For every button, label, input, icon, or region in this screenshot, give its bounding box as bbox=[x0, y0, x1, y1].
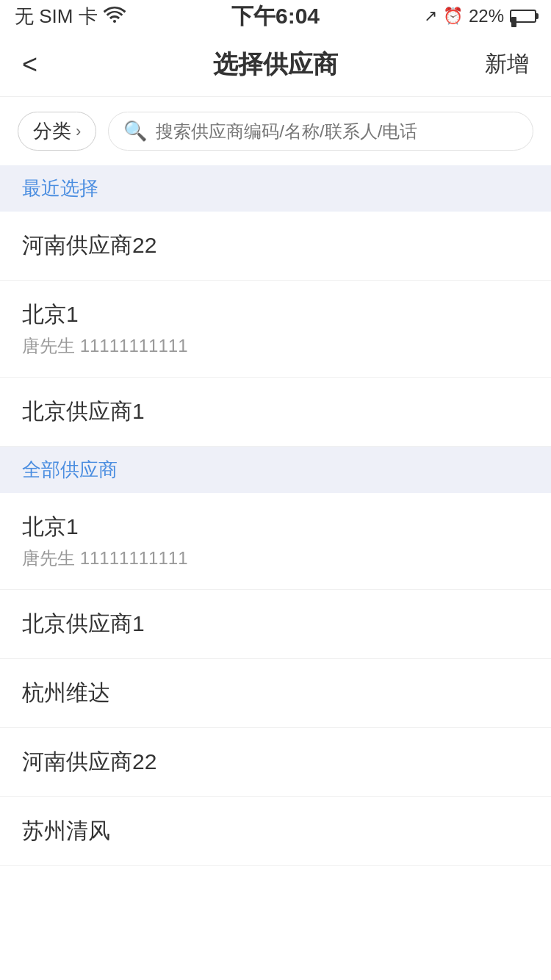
supplier-sub: 唐先生 11111111111 bbox=[22, 547, 529, 570]
recent-section-label: 最近选择 bbox=[22, 177, 98, 199]
search-box: 🔍 bbox=[108, 112, 533, 151]
all-section-label: 全部供应商 bbox=[22, 458, 118, 480]
battery-text: 22% bbox=[469, 6, 504, 26]
back-button[interactable]: < bbox=[22, 49, 66, 80]
wifi-icon bbox=[104, 5, 126, 28]
list-item[interactable]: 河南供应商22 bbox=[0, 212, 551, 281]
add-button[interactable]: 新增 bbox=[485, 49, 529, 79]
supplier-name: 苏州清风 bbox=[22, 816, 529, 846]
location-icon: ↗ bbox=[424, 7, 437, 26]
status-time: 下午6:04 bbox=[231, 1, 320, 32]
list-item[interactable]: 北京供应商1 bbox=[0, 590, 551, 659]
category-button[interactable]: 分类 › bbox=[18, 112, 96, 151]
list-item[interactable]: 北京1唐先生 11111111111 bbox=[0, 281, 551, 378]
supplier-name: 河南供应商22 bbox=[22, 747, 529, 777]
status-right: ↗ ⏰ 22% bbox=[424, 6, 536, 26]
supplier-name: 北京1 bbox=[22, 300, 529, 330]
supplier-name: 北京1 bbox=[22, 512, 529, 542]
list-item[interactable]: 北京供应商1 bbox=[0, 378, 551, 447]
category-label: 分类 bbox=[33, 118, 71, 144]
supplier-name: 杭州维达 bbox=[22, 678, 529, 708]
supplier-name: 河南供应商22 bbox=[22, 231, 529, 261]
recent-list: 河南供应商22北京1唐先生 11111111111北京供应商1 bbox=[0, 212, 551, 447]
page-title: 选择供应商 bbox=[213, 48, 338, 82]
list-item[interactable]: 苏州清风 bbox=[0, 797, 551, 866]
all-list: 北京1唐先生 11111111111北京供应商1杭州维达河南供应商22苏州清风 bbox=[0, 493, 551, 866]
all-section-header: 全部供应商 bbox=[0, 447, 551, 493]
list-item[interactable]: 杭州维达 bbox=[0, 659, 551, 728]
recent-section-header: 最近选择 bbox=[0, 165, 551, 212]
list-item[interactable]: 河南供应商22 bbox=[0, 728, 551, 797]
alarm-icon: ⏰ bbox=[443, 7, 463, 26]
chevron-right-icon: › bbox=[76, 122, 81, 141]
sim-status: 无 SIM 卡 bbox=[15, 4, 98, 29]
battery-icon bbox=[510, 10, 536, 23]
search-input[interactable] bbox=[156, 121, 518, 142]
supplier-name: 北京供应商1 bbox=[22, 609, 529, 639]
nav-bar: < 选择供应商 新增 bbox=[0, 32, 551, 97]
status-bar: 无 SIM 卡 下午6:04 ↗ ⏰ 22% bbox=[0, 0, 551, 32]
search-icon: 🔍 bbox=[123, 120, 147, 143]
supplier-sub: 唐先生 11111111111 bbox=[22, 334, 529, 358]
supplier-name: 北京供应商1 bbox=[22, 397, 529, 427]
status-left: 无 SIM 卡 bbox=[15, 4, 126, 29]
filter-bar: 分类 › 🔍 bbox=[0, 97, 551, 165]
list-item[interactable]: 北京1唐先生 11111111111 bbox=[0, 493, 551, 590]
